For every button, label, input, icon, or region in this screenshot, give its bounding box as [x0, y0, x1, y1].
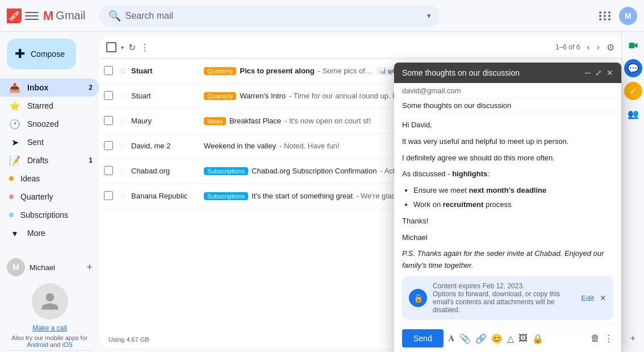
attach-file-icon[interactable]: 📎 — [459, 333, 471, 344]
sidebar-item-subscriptions[interactable]: Subscriptions — [0, 206, 99, 224]
ideas-dot-icon — [9, 176, 14, 181]
compose-button[interactable]: ✚ Compose — [7, 39, 76, 69]
sidebar-item-ideas[interactable]: Ideas — [0, 169, 99, 188]
email-checkbox-5[interactable] — [104, 166, 114, 176]
insert-photo-icon[interactable]: 🖼 — [518, 333, 528, 343]
next-page-button[interactable]: › — [595, 41, 602, 53]
prev-page-button[interactable]: ‹ — [584, 41, 592, 53]
email-checkbox-6[interactable] — [104, 191, 114, 201]
popup-format-icons: 𝐀 📎 🔗 😊 △ 🖼 🔒 — [448, 333, 543, 344]
label-badge-quarterly-2: Quarterly — [204, 92, 236, 100]
popup-title: Some thoughts on our discussion — [402, 68, 520, 77]
search-dropdown-icon[interactable]: ▾ — [427, 11, 431, 20]
email-checkbox-4[interactable] — [104, 141, 114, 151]
popup-line1: It was very useful and helpful to meet u… — [402, 136, 613, 148]
subscriptions-dot-icon — [9, 213, 14, 217]
search-input[interactable] — [126, 11, 423, 21]
more-options-popup-icon[interactable]: ⋮ — [604, 333, 613, 344]
compose-plus-icon: ✚ — [15, 47, 25, 61]
user-profile[interactable]: M Michael + — [7, 256, 93, 279]
expiry-desc: Options to forward, download, or copy th… — [433, 290, 576, 314]
android-link[interactable]: Android — [27, 341, 48, 348]
add-account-icon[interactable]: + — [86, 262, 93, 274]
sidebar-item-quarterly[interactable]: Quarterly — [0, 188, 99, 206]
sidebar-item-starred[interactable]: ⭐ Starred — [0, 97, 99, 115]
star-icon-4[interactable]: ☆ — [119, 140, 127, 151]
chat-icon[interactable]: 💬 — [624, 59, 642, 77]
expiry-text: Content expires Feb 12, 2023. Options to… — [433, 282, 576, 314]
label-badge-quarterly-1: Quarterly — [204, 67, 236, 75]
email-subject-5: Chabad.org Subscription Confirmation — [252, 167, 377, 175]
emoji-icon[interactable]: 😊 — [491, 333, 503, 344]
inbox-icon: 📥 — [9, 82, 20, 93]
refresh-icon[interactable]: ↻ — [128, 42, 136, 53]
pagination-nav: ‹ › — [584, 41, 602, 53]
email-sender-3: Maury — [131, 117, 199, 125]
apps-icon[interactable] — [596, 7, 614, 25]
label-badge-subscriptions-2: Subscriptions — [204, 192, 248, 200]
format-bold-icon[interactable]: 𝐀 — [448, 333, 455, 343]
starred-icon: ⭐ — [9, 101, 20, 111]
email-checkbox-1[interactable] — [104, 66, 114, 76]
popup-greeting: Hi David, — [402, 119, 613, 131]
star-icon-5[interactable]: ☆ — [119, 165, 127, 176]
popup-expand-icon[interactable]: ⤢ — [595, 68, 602, 77]
insert-link-icon[interactable]: 🔗 — [475, 333, 487, 344]
expiry-edit-button[interactable]: Edit — [582, 294, 594, 303]
popup-footer-right: 🗑 ⋮ — [591, 333, 613, 344]
popup-to: david@gmail.com — [394, 83, 621, 99]
delete-icon[interactable]: 🗑 — [591, 333, 600, 344]
popup-ps: P.S. Thanks again for the seder invite a… — [402, 248, 613, 272]
add-panel-icon[interactable]: + — [624, 329, 642, 347]
svg-marker-1 — [634, 43, 637, 48]
sidebar-label-inbox: Inbox — [27, 83, 48, 92]
ios-link[interactable]: iOS — [62, 341, 73, 348]
sidebar-item-sent[interactable]: ➤ Sent — [0, 133, 99, 151]
sidebar-item-more[interactable]: ▾ More — [0, 224, 99, 242]
star-icon-3[interactable]: ☆ — [119, 115, 127, 126]
compose-label: Compose — [31, 49, 65, 59]
star-icon-1[interactable]: ☆ — [119, 65, 127, 76]
email-checkbox-2[interactable] — [104, 91, 114, 101]
email-subject-1: Pics to present along — [240, 67, 314, 75]
sidebar-item-snoozed[interactable]: 🕐 Snoozed — [0, 115, 99, 133]
sidebar-item-inbox[interactable]: 📥 Inbox 2 — [0, 78, 99, 97]
email-snippet-1: - Some pics of the highlights to introdu… — [318, 67, 373, 75]
send-button[interactable]: Send — [402, 329, 444, 347]
lock-icon[interactable]: 🔒 — [532, 333, 543, 344]
star-icon-6[interactable]: ☆ — [119, 191, 127, 201]
select-all-checkbox[interactable] — [106, 42, 116, 52]
more-options-icon[interactable]: ⋮ — [140, 42, 149, 53]
sidebar-user-section: M Michael + Make a call Also try our mob… — [0, 251, 99, 352]
email-checkbox-3[interactable] — [104, 116, 114, 126]
popup-footer: Send 𝐀 📎 🔗 😊 △ 🖼 🔒 🗑 ⋮ — [394, 324, 621, 352]
account-avatar[interactable]: M — [619, 7, 637, 25]
popup-bullets: Ensure we meet next month's deadline Wor… — [402, 185, 613, 211]
email-sender-2: Stuart — [131, 92, 199, 100]
drive-icon[interactable]: △ — [507, 333, 514, 344]
sidebar-item-drafts[interactable]: 📝 Drafts 1 — [0, 151, 99, 169]
inbox-badge: 2 — [89, 84, 93, 92]
gmail-logo: M Gmail — [43, 9, 86, 23]
star-icon-2[interactable]: ☆ — [119, 90, 127, 101]
contacts-icon[interactable]: 👥 — [624, 105, 642, 123]
make-call-button[interactable]: Make a call — [7, 324, 93, 332]
drafts-badge: 1 — [89, 156, 93, 164]
drafts-icon: 📝 — [9, 155, 20, 166]
meet-icon[interactable] — [624, 36, 642, 55]
popup-body: Hi David, It was very useful and helpful… — [394, 113, 621, 272]
topbar-right: M — [596, 7, 637, 25]
settings-icon[interactable]: ⚙ — [607, 42, 614, 53]
snoozed-icon: 🕐 — [9, 119, 20, 130]
quarterly-dot-icon — [9, 194, 14, 199]
select-dropdown-icon[interactable]: ▾ — [121, 44, 124, 51]
search-bar[interactable]: 🔍 ▾ — [99, 5, 440, 27]
label-badge-ideas: Ideas — [204, 117, 226, 125]
hamburger-menu[interactable] — [25, 9, 39, 23]
expiry-title: Content expires Feb 12, 2023. — [433, 282, 576, 290]
sent-icon: ➤ — [9, 137, 20, 148]
popup-close-icon[interactable]: ✕ — [607, 68, 613, 77]
popup-minimize-icon[interactable]: ─ — [585, 68, 591, 77]
expiry-close-icon[interactable]: ✕ — [600, 293, 607, 303]
tasks-icon[interactable]: ✓ — [624, 82, 642, 100]
